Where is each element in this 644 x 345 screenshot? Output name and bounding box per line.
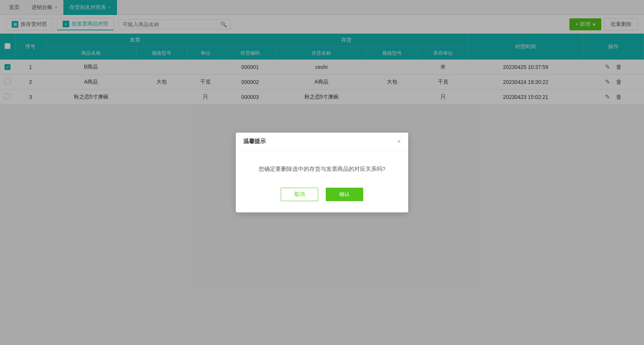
- dialog-overlay: 温馨提示 × 您确定要删除选中的存货与发票商品的对应关系吗? 取消 确认: [0, 0, 644, 105]
